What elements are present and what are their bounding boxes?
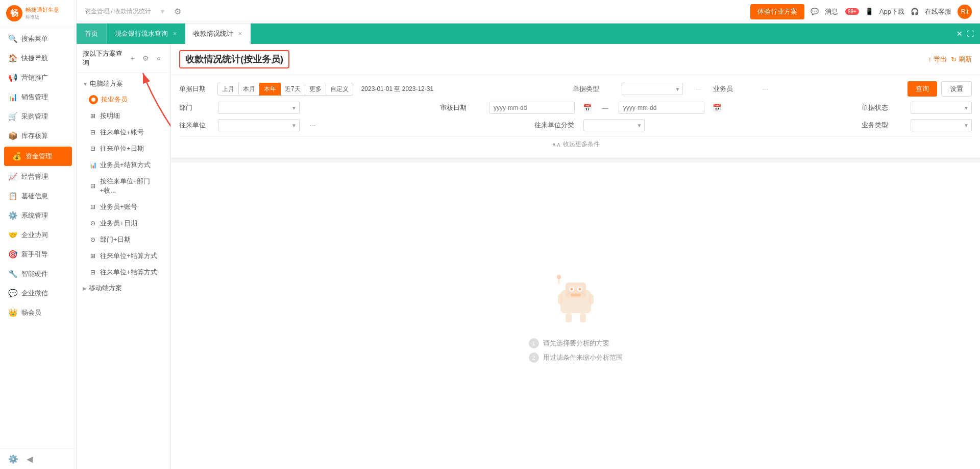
collapse-conditions-btn[interactable]: ∧∧ 收起更多条件: [179, 136, 972, 152]
scheme-item-dept-date[interactable]: ⊙ 部门+日期: [77, 231, 170, 248]
scheme-group-mobile-header[interactable]: ▶ 移动端方案: [77, 280, 170, 296]
date-tab-more[interactable]: 更多: [305, 83, 326, 96]
review-date-to-input[interactable]: [619, 102, 704, 114]
sidebar-item-search-menu[interactable]: 🔍 搜索菜单: [0, 29, 76, 49]
sidebar-item-enterprise[interactable]: 🤝 企业协同: [0, 225, 76, 245]
sidebar-item-operations[interactable]: 📈 经营管理: [0, 167, 76, 186]
scheme-item-unit-account[interactable]: ⊟ 往来单位+账号: [77, 124, 170, 140]
refresh-button[interactable]: ↻ 刷新: [951, 55, 972, 64]
unit-select-wrapper: [218, 119, 300, 131]
scheme-item-salesman-date[interactable]: ⊙ 业务员+日期: [77, 215, 170, 231]
trial-button[interactable]: 体验行业方案: [750, 4, 804, 19]
date-tab-this-year[interactable]: 本年: [259, 83, 281, 96]
unit-category-select[interactable]: [583, 119, 645, 131]
sidebar-item-system[interactable]: ⚙️ 系统管理: [0, 206, 76, 225]
message-group[interactable]: 💬 消息 99+: [811, 7, 859, 16]
svg-rect-10: [566, 313, 572, 322]
sidebar-item-hardware[interactable]: 🔧 智能硬件: [0, 264, 76, 284]
svg-rect-8: [558, 294, 563, 304]
sidebar-item-member[interactable]: 👑 畅会员: [0, 303, 76, 322]
date-tab-this-month[interactable]: 本月: [238, 83, 260, 96]
sidebar-collapse-btn[interactable]: ◀: [27, 454, 33, 464]
unit-ellipsis-btn[interactable]: ···: [308, 121, 318, 129]
sidebar-item-label: 系统管理: [21, 211, 48, 220]
dept-select[interactable]: [218, 102, 300, 114]
scheme-item-label: 业务员+日期: [100, 219, 137, 228]
scheme-item-by-salesman[interactable]: 按业务员: [77, 91, 170, 108]
page-title-box: 收款情况统计(按业务员): [179, 50, 289, 68]
sidebar-item-label: 采购管理: [21, 112, 48, 121]
sidebar-item-quick-nav[interactable]: 🏠 快捷导航: [0, 49, 76, 68]
svg-rect-11: [580, 313, 586, 322]
scheme-item-by-detail[interactable]: ⊞ 按明细: [77, 108, 170, 124]
user-avatar[interactable]: Rit: [958, 5, 972, 19]
salesman-more-icon[interactable]: ···: [762, 85, 768, 93]
sidebar-settings-btn[interactable]: ⚙️: [8, 454, 18, 464]
unit-date-icon: ⊟: [89, 145, 97, 153]
collapse-panel-btn[interactable]: «: [153, 53, 164, 64]
query-button[interactable]: 查询: [908, 81, 937, 97]
calendar-icon-to[interactable]: 📅: [713, 104, 721, 112]
add-scheme-btn[interactable]: +: [127, 53, 138, 64]
business-type-select[interactable]: [911, 119, 972, 131]
date-tab-last-month[interactable]: 上月: [217, 83, 239, 96]
online-service-group[interactable]: 🎧 在线客服: [911, 7, 951, 16]
sidebar-item-purchase[interactable]: 🛒 采购管理: [0, 107, 76, 126]
scheme-group-desktop-header[interactable]: ▼ 电脑端方案: [77, 76, 170, 91]
sidebar-item-label: 畅会员: [21, 308, 41, 317]
sidebar-item-marketing[interactable]: 📢 营销推广: [0, 68, 76, 87]
tab-bank-flow[interactable]: 现金银行流水查询 ×: [107, 24, 185, 44]
sidebar-item-sales[interactable]: 📊 销售管理: [0, 87, 76, 107]
tab-bank-flow-close[interactable]: ×: [173, 30, 177, 37]
message-icon: 💬: [811, 8, 819, 15]
hardware-icon: 🔧: [8, 269, 17, 278]
app-download-group[interactable]: 📱 App下载: [865, 7, 904, 16]
unit-select[interactable]: [218, 119, 300, 131]
sidebar-item-wechat[interactable]: 💬 企业微信: [0, 284, 76, 303]
setting-button[interactable]: 设置: [941, 81, 972, 97]
empty-step-1: 1 请先选择要分析的方案: [529, 338, 623, 348]
scheme-item-unit-dept-collect[interactable]: ⊟ 按往来单位+部门+收...: [77, 173, 170, 199]
scheme-item-unit-date[interactable]: ⊟ 往来单位+日期: [77, 140, 170, 157]
search-icon: 🔍: [8, 34, 17, 43]
left-panel-title: 按以下方案查询: [83, 49, 125, 67]
export-button[interactable]: ↑ 导出: [928, 55, 947, 64]
sidebar-logo: 畅 畅捷通好生意 标准版: [0, 0, 76, 27]
window-maximize-icon[interactable]: ⛶: [967, 30, 974, 38]
scheme-item-label: 往来单位+账号: [100, 128, 144, 137]
detail-icon: ⊞: [89, 112, 97, 120]
collapse-label: 收起更多条件: [563, 140, 600, 149]
tab-collection-stats[interactable]: 收款情况统计 ×: [185, 24, 251, 44]
scheme-item-salesman-account[interactable]: ⊟ 业务员+账号: [77, 199, 170, 215]
scheme-item-label: 往来单位+日期: [100, 144, 144, 153]
date-tab-7days[interactable]: 近7天: [280, 83, 305, 96]
calendar-icon-from[interactable]: 📅: [583, 104, 592, 112]
scheme-settings-btn[interactable]: ⚙: [140, 53, 151, 64]
window-close-icon[interactable]: ✕: [957, 30, 963, 38]
left-panel-actions: + ⚙ «: [127, 53, 164, 64]
voucher-type-select[interactable]: [622, 83, 683, 95]
tab-collection-stats-close[interactable]: ×: [238, 30, 242, 37]
tab-home[interactable]: 首页: [77, 24, 107, 44]
sidebar-item-guide[interactable]: 🎯 新手引导: [0, 245, 76, 264]
sidebar-item-inventory[interactable]: 📦 库存核算: [0, 126, 76, 146]
sidebar-item-basic[interactable]: 📋 基础信息: [0, 186, 76, 206]
sidebar-item-label: 经营管理: [21, 172, 48, 181]
review-date-from-input[interactable]: [489, 102, 575, 114]
sidebar-item-label: 搜索菜单: [21, 34, 48, 43]
salesman-settlement-icon: 📊: [89, 161, 97, 169]
sidebar-item-fund[interactable]: 💰 资金管理: [4, 147, 72, 166]
gear-settings-icon[interactable]: ⚙: [174, 7, 181, 16]
inventory-icon: 📦: [8, 131, 17, 140]
sidebar-item-label: 基础信息: [21, 192, 48, 201]
scheme-item-unit-settlement1[interactable]: ⊞ 往来单位+结算方式: [77, 248, 170, 264]
date-tab-custom[interactable]: 自定义: [326, 83, 353, 96]
voucher-status-select-wrapper: [911, 102, 972, 114]
step-1-text: 请先选择要分析的方案: [543, 339, 609, 348]
scheme-item-salesman-settlement[interactable]: 📊 业务员+结算方式: [77, 157, 170, 173]
action-bar: 查询 设置: [908, 81, 972, 97]
salesman-label: 业务员: [713, 84, 754, 93]
scheme-item-unit-settlement2[interactable]: ⊟ 往来单位+结算方式: [77, 264, 170, 280]
voucher-status-select[interactable]: [911, 102, 972, 114]
marketing-icon: 📢: [8, 73, 17, 82]
